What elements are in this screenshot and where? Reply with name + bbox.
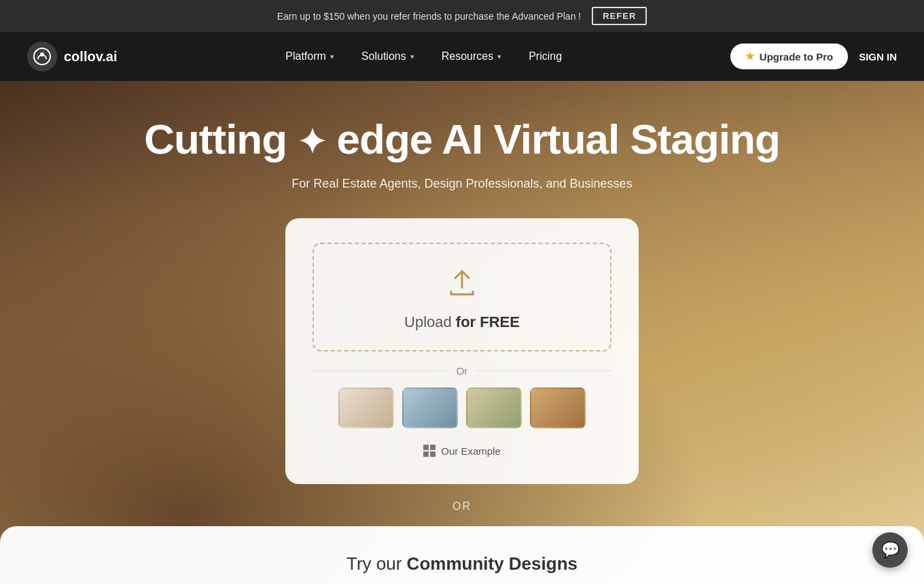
hero-section: Cutting ✦ edge AI Virtual Staging For Re…: [0, 81, 924, 584]
navbar: collov.ai Platform ▾ Solutions ▾ Resourc…: [0, 32, 924, 81]
or-section: OR: [0, 500, 924, 513]
nav-item-resources[interactable]: Resources ▾: [431, 45, 512, 68]
nav-item-pricing[interactable]: Pricing: [518, 45, 573, 68]
logo[interactable]: collov.ai: [27, 41, 118, 71]
banner-text: Earn up to $150 when you refer friends t…: [277, 11, 582, 22]
nav-right: ★ Upgrade to Pro SIGN IN: [730, 44, 897, 69]
sample-image-2[interactable]: [402, 388, 458, 428]
divider-or: Or: [313, 365, 611, 377]
sign-in-button[interactable]: SIGN IN: [859, 51, 897, 63]
sample-image-3[interactable]: [466, 388, 522, 428]
sample-image-4[interactable]: [530, 388, 586, 428]
hero-title: Cutting ✦ edge AI Virtual Staging: [0, 115, 924, 163]
nav-item-platform[interactable]: Platform ▾: [274, 45, 345, 68]
grid-icon: [423, 445, 436, 457]
upload-area[interactable]: Upload for FREE: [313, 243, 611, 351]
logo-text: collov.ai: [64, 49, 118, 65]
refer-button[interactable]: REFER: [592, 7, 647, 25]
sample-image-1[interactable]: [338, 388, 394, 428]
hero-content: Cutting ✦ edge AI Virtual Staging For Re…: [0, 115, 924, 584]
top-banner: Earn up to $150 when you refer friends t…: [0, 0, 924, 32]
sparkle-icon: ✦: [298, 123, 325, 162]
chat-widget[interactable]: 💬: [872, 532, 908, 568]
star-icon: ★: [745, 50, 754, 63]
upload-text: Upload for FREE: [327, 313, 597, 331]
hero-subtitle: For Real Estate Agents, Design Professio…: [0, 177, 924, 191]
svg-point-1: [40, 52, 44, 56]
community-title: Try our Community Designs: [41, 553, 883, 574]
logo-icon: [27, 41, 57, 71]
nav-center: Platform ▾ Solutions ▾ Resources ▾ Prici…: [274, 45, 573, 68]
chevron-down-icon: ▾: [330, 52, 334, 61]
chevron-down-icon: ▾: [410, 52, 414, 61]
nav-item-solutions[interactable]: Solutions ▾: [351, 45, 425, 68]
or-label: OR: [452, 500, 472, 512]
sample-images-row: [313, 388, 611, 428]
chevron-down-icon: ▾: [497, 52, 501, 61]
our-example-button[interactable]: Our Example: [313, 439, 611, 462]
upload-card: Upload for FREE Or: [285, 218, 639, 484]
community-section: Try our Community Designs All Types Livi…: [0, 526, 924, 584]
upgrade-button[interactable]: ★ Upgrade to Pro: [730, 44, 848, 69]
chat-icon: 💬: [881, 541, 900, 559]
upload-icon: [327, 266, 597, 305]
